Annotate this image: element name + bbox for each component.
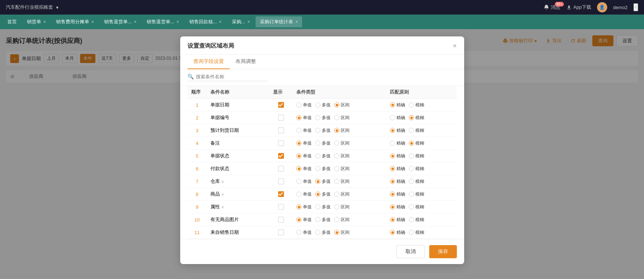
type-option-区间-9[interactable]: 区间 (334, 217, 349, 223)
type-option-多值-2[interactable]: 多值 (315, 127, 331, 134)
type-option-单值-5[interactable]: 单值 (296, 166, 312, 172)
type-option-单值-3[interactable]: 单值 (296, 140, 312, 146)
match-option-精确-4[interactable]: 精确 (390, 153, 405, 159)
tab-purchase-close[interactable]: × (247, 19, 250, 24)
match-option-精确-7[interactable]: 精确 (390, 191, 405, 197)
type-option-区间-0[interactable]: 区间 (334, 102, 349, 108)
type-option-单值-2[interactable]: 单值 (296, 127, 312, 134)
app-download-button[interactable]: App下载 (566, 4, 591, 11)
match-option-模糊-3[interactable]: 模糊 (409, 140, 424, 146)
checkbox-show-9[interactable] (278, 217, 284, 223)
row-show-2[interactable] (269, 124, 293, 137)
checkbox-show-1[interactable] (278, 115, 284, 121)
tab-sales-return2-close[interactable]: × (177, 19, 179, 24)
user-avatar[interactable]: 👤 (597, 2, 607, 12)
dialog-tab-fields[interactable]: 查询字段设置 (187, 55, 230, 69)
tab-purchase-stats-close[interactable]: × (295, 19, 298, 24)
checkbox-show-2[interactable] (278, 127, 284, 133)
match-option-模糊-0[interactable]: 模糊 (409, 102, 424, 108)
checkbox-show-3[interactable] (278, 140, 284, 146)
tab-purchase[interactable]: 采购... × (228, 16, 254, 27)
checkbox-show-4[interactable] (278, 153, 284, 159)
type-option-多值-5[interactable]: 多值 (315, 166, 331, 172)
save-button[interactable]: 保存 (429, 245, 457, 258)
match-option-模糊-4[interactable]: 模糊 (409, 153, 424, 159)
type-option-多值-0[interactable]: 多值 (315, 102, 331, 108)
tab-sales-return1[interactable]: 销售退货单... × (100, 16, 141, 27)
notifications-button[interactable]: 消息 99+ (544, 4, 560, 11)
row-show-6[interactable] (269, 175, 293, 188)
type-option-单值-6[interactable]: 单值 (296, 178, 312, 185)
dialog-tab-layout[interactable]: 布局调整 (230, 55, 262, 69)
type-option-多值-10[interactable]: 多值 (315, 229, 331, 236)
cancel-button[interactable]: 取消 (396, 245, 425, 258)
match-option-模糊-5[interactable]: 模糊 (409, 166, 424, 172)
type-option-多值-8[interactable]: 多值 (315, 204, 331, 210)
type-option-单值-9[interactable]: 单值 (296, 217, 312, 223)
type-option-区间-3[interactable]: 区间 (334, 140, 349, 146)
match-option-精确-9[interactable]: 精确 (390, 217, 405, 223)
match-option-模糊-1[interactable]: 模糊 (409, 115, 424, 121)
type-option-多值-6[interactable]: 多值 (315, 178, 331, 185)
type-option-区间-6[interactable]: 区间 (334, 178, 349, 185)
row-show-9[interactable] (269, 213, 293, 226)
app-title-dropdown[interactable]: ▾ (56, 5, 59, 10)
type-option-区间-1[interactable]: 区间 (334, 115, 349, 121)
match-option-精确-8[interactable]: 精确 (390, 204, 405, 210)
checkbox-show-6[interactable] (278, 178, 284, 184)
match-option-精确-0[interactable]: 精确 (390, 102, 405, 108)
checkbox-show-5[interactable] (278, 166, 284, 172)
match-option-模糊-8[interactable]: 模糊 (409, 204, 424, 210)
checkbox-show-8[interactable] (278, 204, 284, 210)
top-close-button[interactable]: × (633, 3, 638, 11)
match-option-精确-6[interactable]: 精确 (390, 178, 405, 185)
type-option-区间-7[interactable]: 区间 (334, 191, 349, 197)
tab-sales-payment[interactable]: 销售回款核... × (185, 16, 226, 27)
type-option-多值-1[interactable]: 多值 (315, 115, 331, 121)
checkbox-show-7[interactable] (278, 191, 284, 197)
tab-sales-expense-close[interactable]: × (91, 19, 94, 24)
match-option-精确-3[interactable]: 精确 (390, 140, 405, 146)
type-option-多值-4[interactable]: 多值 (315, 153, 331, 159)
tab-sales-payment-close[interactable]: × (219, 19, 222, 24)
type-option-单值-10[interactable]: 单值 (296, 229, 312, 236)
row-show-7[interactable] (269, 188, 293, 201)
match-option-精确-5[interactable]: 精确 (390, 166, 405, 172)
type-option-单值-7[interactable]: 单值 (296, 191, 312, 197)
type-option-单值-8[interactable]: 单值 (296, 204, 312, 210)
tab-home[interactable]: 首页 (3, 16, 21, 27)
type-option-区间-10[interactable]: 区间 (334, 229, 349, 236)
match-option-精确-1[interactable]: 精确 (390, 115, 405, 121)
tab-sales-expense[interactable]: 销售费用分摊单 × (52, 16, 98, 27)
checkbox-show-0[interactable] (278, 102, 284, 108)
type-option-区间-8[interactable]: 区间 (334, 204, 349, 210)
type-option-区间-2[interactable]: 区间 (334, 127, 349, 134)
row-show-0[interactable] (269, 99, 293, 111)
type-option-多值-3[interactable]: 多值 (315, 140, 331, 146)
type-option-单值-1[interactable]: 单值 (296, 115, 312, 121)
type-option-多值-7[interactable]: 多值 (315, 191, 331, 197)
match-option-精确-10[interactable]: 精确 (390, 229, 405, 236)
tab-sales-return1-close[interactable]: × (134, 19, 137, 24)
match-option-模糊-9[interactable]: 模糊 (409, 217, 424, 223)
type-option-区间-4[interactable]: 区间 (334, 153, 349, 159)
row-show-3[interactable] (269, 137, 293, 150)
tab-purchase-stats[interactable]: 采购订单统计表 × (256, 16, 302, 27)
match-option-模糊-10[interactable]: 模糊 (409, 229, 424, 236)
match-option-模糊-6[interactable]: 模糊 (409, 178, 424, 185)
type-option-单值-0[interactable]: 单值 (296, 102, 312, 108)
condition-search-input[interactable] (196, 74, 261, 79)
row-show-10[interactable] (269, 226, 293, 239)
match-option-模糊-7[interactable]: 模糊 (409, 191, 424, 197)
row-show-5[interactable] (269, 162, 293, 175)
row-show-8[interactable] (269, 201, 293, 213)
match-option-精确-2[interactable]: 精确 (390, 127, 405, 134)
row-show-1[interactable] (269, 111, 293, 124)
tab-sales-return2[interactable]: 销售退货单... × (142, 16, 183, 27)
row-show-4[interactable] (269, 150, 293, 162)
tab-sales-order-close[interactable]: × (43, 19, 46, 24)
match-option-模糊-2[interactable]: 模糊 (409, 127, 424, 134)
tab-sales-order[interactable]: 销货单 × (23, 16, 50, 27)
type-option-区间-5[interactable]: 区间 (334, 166, 349, 172)
type-option-单值-4[interactable]: 单值 (296, 153, 312, 159)
